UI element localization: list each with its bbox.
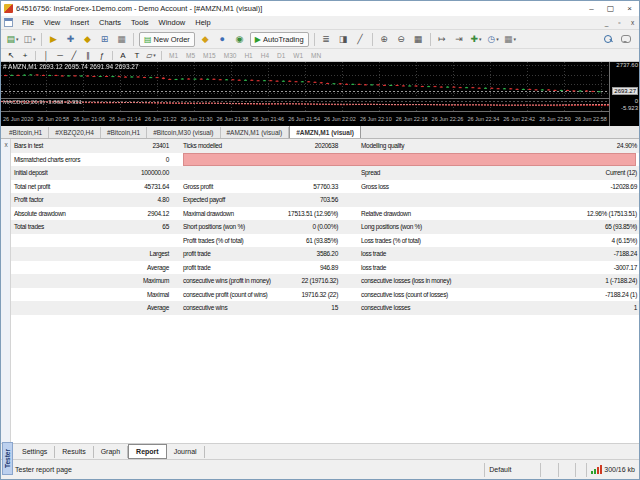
timeframe-m5-button[interactable]: M5 <box>182 52 199 59</box>
terminal-icon[interactable]: ⊞ <box>97 32 112 47</box>
menu-window[interactable]: Window <box>154 16 191 29</box>
toolbar-separator <box>430 33 431 46</box>
time-axis-label: 26 Jun 21:14 <box>109 116 141 122</box>
close-button[interactable]: × <box>620 1 639 16</box>
report-row: Maximalconsecutive profit (count of wins… <box>11 288 639 302</box>
time-axis-label: 26 Jun 22:50 <box>539 116 571 122</box>
chart-area[interactable]: # AMZN,M1 2693.12 2695.74 2691.94 2693.2… <box>1 62 639 126</box>
menu-view[interactable]: View <box>39 16 65 29</box>
search-icon[interactable] <box>604 35 613 44</box>
report-cell: 0 <box>51 153 169 167</box>
tester-tab-graph[interactable]: Graph <box>94 446 128 458</box>
news-icon[interactable]: ◉ <box>232 32 247 47</box>
tester-dock-tab[interactable]: Tester <box>2 442 13 475</box>
report-cell: 946.89 <box>216 261 338 275</box>
new-order-button[interactable]: ▤New Order <box>139 32 195 47</box>
channel-icon[interactable]: ∥ <box>82 50 94 61</box>
timeframe-mn-button[interactable]: MN <box>307 52 325 59</box>
timeframe-h4-button[interactable]: H4 <box>257 52 273 59</box>
minimize-button[interactable]: – <box>582 1 601 16</box>
crosshair-icon[interactable]: + <box>19 50 31 61</box>
report-cell: Maximal <box>51 288 169 302</box>
trendline-icon[interactable]: ╱ <box>68 50 80 61</box>
mdi-restore-button[interactable]: ▫ <box>613 17 626 28</box>
fibonacci-icon[interactable]: ƒ <box>96 50 108 61</box>
horizontal-line-icon[interactable]: ─ <box>54 50 66 61</box>
chat-icon[interactable] <box>621 35 631 43</box>
periods-icon[interactable]: ◷▾ <box>486 32 501 47</box>
tester-tab-settings[interactable]: Settings <box>15 446 55 458</box>
report-cell: Total trades <box>14 220 44 234</box>
zoom-in-icon[interactable]: ⊕ <box>377 32 392 47</box>
line-chart-icon[interactable]: ╱ <box>353 32 368 47</box>
bar-chart-icon[interactable]: ≣ <box>319 32 334 47</box>
menu-help[interactable]: Help <box>190 16 215 29</box>
timeframe-w1-button[interactable]: W1 <box>289 52 307 59</box>
tester-panel-gutter: x <box>1 139 11 443</box>
profiles-icon[interactable]: ◫▾ <box>22 32 37 47</box>
report-row: Total net profit45731.64Gross profit5776… <box>11 180 639 194</box>
menu-tools[interactable]: Tools <box>126 16 154 29</box>
report-cell: 24.90% <box>481 139 637 153</box>
macd-zero-label: 0 <box>635 98 638 104</box>
chart-tab[interactable]: #AMZN,M1 (visual) <box>221 127 290 138</box>
market-watch-icon[interactable]: ▶ <box>46 32 61 47</box>
timeframe-d1-button[interactable]: D1 <box>273 52 289 59</box>
report-cell: 2020638 <box>216 139 338 153</box>
indicators-icon[interactable]: ✚▾ <box>469 32 484 47</box>
chart-shift-icon[interactable]: ⇥ <box>452 32 467 47</box>
candlestick-chart-icon[interactable]: ◨ <box>336 32 351 47</box>
timeframe-m15-button[interactable]: M15 <box>199 52 220 59</box>
chart-window-icon[interactable] <box>4 18 13 27</box>
tester-tab-journal[interactable]: Journal <box>167 446 205 458</box>
autotrading-button[interactable]: ▶AutoTrading <box>250 32 309 47</box>
metatrader-logo-icon <box>4 4 13 13</box>
tester-tab-report[interactable]: Report <box>128 444 167 459</box>
chart-tab[interactable]: #Bitcoin,H1 <box>101 127 147 138</box>
chart-tab[interactable]: #XBZQ20,H4 <box>49 127 101 138</box>
price-axis: 2737.60 2693.27 0 -5.923 <box>609 62 639 126</box>
new-chart-icon[interactable]: ▤▾ <box>5 32 20 47</box>
tester-tab-results[interactable]: Results <box>55 446 93 458</box>
report-row: Absolute drawdown2904.12Maximal drawdown… <box>11 207 639 221</box>
strategy-tester-icon[interactable]: ▦ <box>114 32 129 47</box>
toolbar-separator <box>133 33 134 46</box>
status-cell-1 <box>540 463 558 477</box>
report-cell: 65 (93.85%) <box>481 220 637 234</box>
report-cell: Long positions (won %) <box>361 220 422 234</box>
templates-icon[interactable]: ▦▾ <box>503 32 518 47</box>
community-icon[interactable]: ● <box>215 32 230 47</box>
timeframe-h1-button[interactable]: H1 <box>240 52 256 59</box>
report-cell: 4.80 <box>51 193 169 207</box>
report-row: Profit factor4.80Expected payoff703.56 <box>11 193 639 207</box>
report-cell: 57760.33 <box>216 180 338 194</box>
menu-insert[interactable]: Insert <box>65 16 94 29</box>
label-icon[interactable]: T <box>131 50 143 61</box>
dropdown-arrow-icon: ▾ <box>33 36 36 42</box>
menu-charts[interactable]: Charts <box>94 16 126 29</box>
chart-tab[interactable]: #Bitcoin,H1 <box>3 127 49 138</box>
chart-tab[interactable]: #AMZN,M1 (visual) <box>289 125 361 138</box>
text-icon[interactable]: A <box>117 50 129 61</box>
report-row: Initial deposit100000.00SpreadCurrent (1… <box>11 166 639 180</box>
report-cell: Largest <box>51 247 169 261</box>
mdi-minimize-button[interactable]: _ <box>600 17 613 28</box>
data-window-icon[interactable]: ✚ <box>63 32 78 47</box>
menu-file[interactable]: File <box>17 16 39 29</box>
tester-close-icon[interactable]: x <box>2 140 10 149</box>
cursor-icon[interactable]: ↖ <box>5 50 17 61</box>
navigator-icon[interactable]: ◆ <box>80 32 95 47</box>
zoom-out-icon[interactable]: ⊖ <box>394 32 409 47</box>
metaeditor-icon[interactable]: ◆ <box>198 32 213 47</box>
maximize-button[interactable]: ▢ <box>601 1 620 16</box>
tester-dock-label: Tester <box>4 449 11 468</box>
time-axis-label: 26 Jun 21:54 <box>288 116 320 122</box>
auto-scroll-icon[interactable]: ↦ <box>435 32 450 47</box>
vertical-line-icon[interactable]: │ <box>40 50 52 61</box>
timeframe-m1-button[interactable]: M1 <box>165 52 182 59</box>
shapes-icon[interactable]: ▱▾ <box>145 50 157 61</box>
chart-tab[interactable]: #Bitcoin,M30 (visual) <box>147 127 220 138</box>
timeframe-m30-button[interactable]: M30 <box>220 52 241 59</box>
tile-windows-icon[interactable]: ▦ <box>411 32 426 47</box>
mdi-close-button[interactable]: x <box>626 17 639 28</box>
